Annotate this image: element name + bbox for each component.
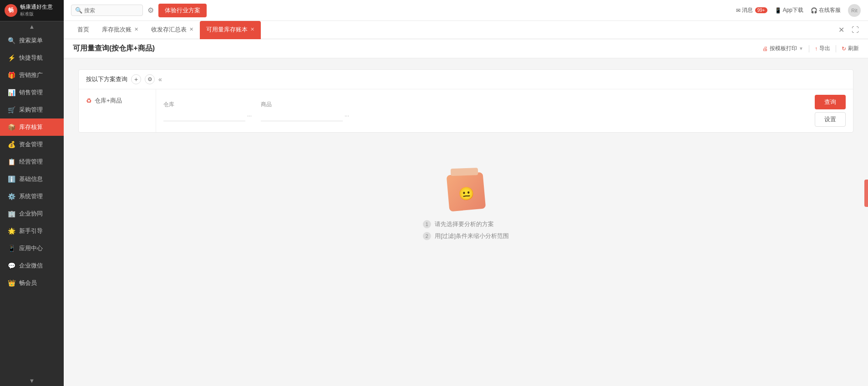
query-actions: 查询 设置 (807, 89, 853, 132)
sidebar-item-operations[interactable]: 📋 经营管理 (0, 153, 64, 170)
query-panel-body: ♻ 仓库+商品 仓库 ··· 商品 (79, 89, 853, 132)
sidebar-item-sales[interactable]: 📊 销售管理 (0, 84, 64, 101)
export-btn[interactable]: ↑ 导出 (815, 45, 830, 52)
phone-icon: 📱 (7, 245, 15, 252)
settings-btn[interactable]: 设置 (815, 112, 846, 127)
main-area: 🔍 ⚙ 体验行业方案 ✉ 消息 99+ 📱 App下载 🎧 在线客服 Rit (64, 0, 868, 386)
clipboard-icon: 📋 (7, 158, 15, 165)
query-label: 按以下方案查询 (86, 75, 127, 83)
refresh-btn[interactable]: ↻ 刷新 (842, 45, 859, 52)
tab-home[interactable]: 首页 (71, 21, 96, 39)
export-icon: ↑ (815, 46, 817, 52)
tab-available-ledger[interactable]: 可用量库存账本 ✕ (200, 21, 261, 39)
query-area: 按以下方案查询 + ⚙ « ♻ 仓库+商品 仓库 (64, 58, 868, 282)
tip-num-1: 1 (423, 220, 431, 228)
sidebar-item-label: 销售管理 (19, 88, 43, 97)
cart-icon: 🛒 (7, 106, 15, 113)
sidebar-title: 畅康通好生意 (20, 4, 53, 11)
right-scroll-hint[interactable] (864, 180, 868, 207)
sidebar-item-label: 采购管理 (19, 106, 43, 114)
sidebar-item-label: 新手引导 (19, 227, 43, 235)
sidebar-item-search[interactable]: 🔍 搜索菜单 (0, 32, 64, 49)
tab-available-ledger-close[interactable]: ✕ (250, 26, 254, 32)
tip-text-1: 请先选择要分析的方案 (435, 220, 494, 228)
scheme-icon: ♻ (86, 97, 92, 104)
tab-close-btn[interactable]: ✕ (837, 24, 846, 36)
filter-goods-input[interactable] (261, 110, 343, 121)
sidebar-item-shortcut[interactable]: ⚡ 快捷导航 (0, 49, 64, 67)
sidebar-item-label: 企业微信 (19, 262, 43, 270)
page-header: 可用量查询(按仓库+商品) 🖨 按模板打印 ▼ ↑ 导出 ↻ 刷新 (64, 39, 868, 58)
online-service-btn[interactable]: 🎧 在线客服 (811, 6, 841, 14)
online-service-label: 在线客服 (819, 6, 841, 14)
export-label: 导出 (819, 45, 830, 52)
query-btn[interactable]: 查询 (815, 95, 846, 109)
tab-batch-ledger-close[interactable]: ✕ (134, 26, 138, 32)
filter-warehouse-input[interactable] (163, 110, 245, 121)
filter-warehouse: 仓库 ··· (163, 101, 252, 121)
topbar-actions: ✉ 消息 99+ 📱 App下载 🎧 在线客服 Rit (736, 4, 861, 17)
app-download-label: App下载 (783, 6, 803, 14)
chat-icon: 💬 (7, 262, 15, 269)
sidebar-item-label: 系统管理 (19, 192, 43, 201)
sidebar-item-marketing[interactable]: 🎁 营销推广 (0, 67, 64, 84)
info-icon: ℹ️ (7, 175, 15, 183)
sidebar-item-basic-info[interactable]: ℹ️ 基础信息 (0, 170, 64, 188)
box-icon: 📦 (7, 124, 15, 131)
sidebar-item-purchase[interactable]: 🛒 采购管理 (0, 101, 64, 118)
sidebar-nav: 🔍 搜索菜单 ⚡ 快捷导航 🎁 营销推广 📊 销售管理 🛒 采购管理 📦 库存核… (0, 32, 64, 376)
scheme-warehouse-goods[interactable]: ♻ 仓库+商品 (79, 93, 156, 108)
app-download-btn[interactable]: 📱 App下载 (775, 6, 803, 14)
sidebar-item-app-center[interactable]: 📱 应用中心 (0, 240, 64, 257)
sidebar-item-vip[interactable]: 👑 畅会员 (0, 274, 64, 292)
empty-tip-2: 2 用[过滤]条件来缩小分析范围 (423, 232, 509, 240)
sidebar-item-system[interactable]: ⚙️ 系统管理 (0, 188, 64, 205)
sidebar-scroll-down[interactable]: ▼ (0, 376, 64, 386)
page-title: 可用量查询(按仓库+商品) (73, 44, 155, 53)
sidebar-item-label: 资金管理 (19, 140, 43, 149)
filter-warehouse-label: 仓库 (163, 101, 252, 108)
message-icon: ✉ (736, 7, 741, 14)
query-schemes: ♻ 仓库+商品 (79, 89, 156, 132)
search-input[interactable] (84, 7, 139, 14)
sidebar-logo: 畅 (5, 4, 17, 17)
sidebar-item-enterprise[interactable]: 🏢 企业协同 (0, 205, 64, 222)
message-btn[interactable]: ✉ 消息 99+ (736, 6, 767, 14)
sidebar-item-enterprise-wechat[interactable]: 💬 企业微信 (0, 257, 64, 274)
tab-batch-ledger[interactable]: 库存批次账 ✕ (96, 21, 145, 39)
filter-warehouse-more[interactable]: ··· (247, 113, 252, 119)
empty-tips: 1 请先选择要分析的方案 2 用[过滤]条件来缩小分析范围 (423, 220, 509, 240)
print-dropdown-icon[interactable]: ▼ (799, 46, 803, 51)
sidebar-item-newbie[interactable]: 🌟 新手引导 (0, 222, 64, 240)
settings-icon[interactable]: ⚙ (147, 6, 154, 15)
empty-box-face: 😐 (457, 185, 475, 202)
filter-goods-more[interactable]: ··· (345, 113, 349, 119)
user-avatar[interactable]: Rit (848, 4, 861, 17)
page-header-actions: 🖨 按模板打印 ▼ ↑ 导出 ↻ 刷新 (762, 45, 859, 52)
sidebar-item-label: 畅会员 (19, 279, 37, 287)
sidebar-item-label: 经营管理 (19, 158, 43, 166)
building-icon: 🏢 (7, 210, 15, 217)
query-collapse-btn[interactable]: « (158, 76, 162, 83)
trial-button[interactable]: 体验行业方案 (158, 4, 207, 17)
sidebar-item-label: 基础信息 (19, 175, 43, 183)
gift-icon: 🎁 (7, 72, 15, 79)
tab-batch-ledger-label: 库存批次账 (102, 26, 132, 34)
refresh-label: 刷新 (848, 45, 859, 52)
sidebar-item-inventory[interactable]: 📦 库存核算 (0, 118, 64, 136)
query-scheme-settings-btn[interactable]: ⚙ (145, 74, 155, 84)
sidebar-scroll-up[interactable]: ▲ (0, 21, 64, 32)
print-btn[interactable]: 🖨 按模板打印 ▼ (762, 45, 803, 52)
query-add-btn[interactable]: + (131, 74, 141, 84)
sidebar-item-label: 应用中心 (19, 244, 43, 252)
tab-expand-btn[interactable]: ⛶ (850, 24, 861, 36)
avatar-text: Rit (851, 8, 857, 13)
empty-box: 😐 (446, 172, 486, 212)
tab-receive-summary-label: 收发存汇总表 (151, 26, 187, 34)
sidebar-item-finance[interactable]: 💰 资金管理 (0, 136, 64, 153)
tab-receive-summary-close[interactable]: ✕ (189, 26, 193, 32)
topbar-search-box[interactable]: 🔍 (71, 5, 143, 16)
filter-goods-label: 商品 (261, 101, 349, 108)
tab-receive-summary[interactable]: 收发存汇总表 ✕ (145, 21, 200, 39)
empty-state: 😐 1 请先选择要分析的方案 2 用[过滤]条件来缩小分析范围 (71, 133, 861, 277)
